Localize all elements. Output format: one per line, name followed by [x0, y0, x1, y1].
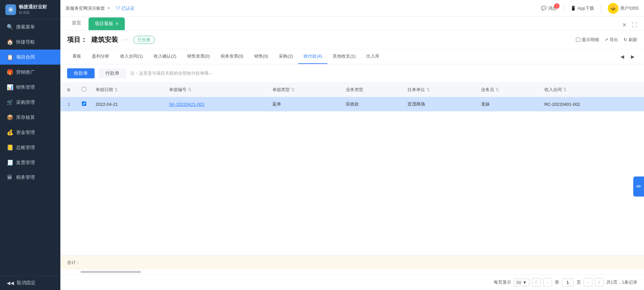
subtab-inout[interactable]: 出入库 [361, 49, 385, 64]
sidebar-item-label: 快捷导航 [16, 39, 35, 45]
sort-icon: ⇅ [188, 87, 192, 92]
subtab-profit[interactable]: 盈利分析 [87, 49, 115, 64]
inner-tabs: 收款单 付款单 注：这里是与项目关联的全部收付款单哦～ [60, 64, 644, 83]
type-column-header[interactable]: 单据类型⇅ [268, 83, 341, 97]
account-name: 新服务官网演示账套 [66, 5, 105, 11]
subtab-receipt[interactable]: 收付款(4) [298, 49, 327, 64]
per-page-value: 50 [516, 280, 521, 285]
show-detail-checkbox[interactable]: 显示明细 [576, 37, 599, 43]
salesperson-column-header[interactable]: 业务员⇅ [476, 83, 540, 97]
main-area: 新服务官网演示账套 ▼ 🛡 已认证 💬 消息 1 📱 App下载 🐱 用户335… [60, 0, 644, 290]
account-selector[interactable]: 新服务官网演示账套 ▼ [66, 5, 110, 11]
sort-icon: ⇅ [563, 87, 567, 92]
row-number-cell[interactable]: SK-20220421-001 [164, 97, 268, 112]
first-page-button[interactable]: ⟪ [532, 278, 541, 287]
subtab-sales-invoice[interactable]: 销售发票(0) [182, 49, 215, 64]
subtab-other-income[interactable]: 其他收支(1) [327, 49, 361, 64]
sidebar-title-block: 畅捷通好业财 标准版 [19, 4, 47, 15]
date-column-header[interactable]: 单据日期⇅ [91, 83, 164, 97]
subtab-navigation: ◀ ▶ [618, 51, 637, 62]
sidebar-item-tax[interactable]: 🏛 税务管理 [0, 170, 60, 185]
subtab-prev-icon[interactable]: ◀ [618, 51, 627, 62]
sidebar-item-funds[interactable]: 💰 资金管理 [0, 125, 60, 140]
sidebar: 畅捷通好业财 标准版 🔍 搜索菜单 🏠 快捷导航 📋 项目合同 🎁 营销推广 📊… [0, 0, 60, 290]
app-download-label: App下载 [578, 5, 594, 11]
refresh-button[interactable]: ↻ 刷新 [624, 37, 637, 43]
voucher-number-link[interactable]: SK-20220421-001 [169, 102, 205, 107]
horizontal-scrollbar[interactable] [80, 271, 141, 273]
subtab-next-icon[interactable]: ▶ [628, 51, 637, 62]
row-business-type: 应收款 [341, 97, 403, 112]
tab-home-label: 首页 [72, 20, 81, 25]
tabbar-actions: ✕ ⛶ [621, 20, 639, 30]
income-contract-column-header[interactable]: 收入合同⇅ [540, 83, 644, 97]
page-label: 第 [555, 279, 559, 285]
tab-project-board[interactable]: 项目看板 ✕ [89, 17, 125, 30]
sidebar-item-search[interactable]: 🔍 搜索菜单 [0, 19, 60, 34]
cart-icon: 🛒 [7, 99, 13, 105]
topbar: 新服务官网演示账套 ▼ 🛡 已认证 💬 消息 1 📱 App下载 🐱 用户335… [60, 0, 644, 17]
topbar-right: 💬 消息 1 📱 App下载 🐱 用户3355 [541, 3, 639, 14]
sidebar-item-sales[interactable]: 📊 销售管理 [0, 80, 60, 95]
inner-tab-note: 注：这里是与项目关联的全部收付款单哦～ [130, 70, 213, 76]
export-button[interactable]: ↗ 导出 [604, 37, 618, 43]
row-select-checkbox[interactable] [82, 101, 86, 106]
page-number-input[interactable] [562, 279, 574, 286]
show-detail-label: 显示明细 [582, 37, 599, 43]
sidebar-item-purchase[interactable]: 🛒 采购管理 [0, 95, 60, 110]
more-options-icon[interactable]: ··· [122, 36, 129, 43]
sidebar-item-label: 搜索菜单 [16, 24, 35, 30]
total-info: 共1页，1条记录 [606, 279, 637, 285]
sidebar-header: 畅捷通好业财 标准版 [0, 0, 60, 19]
prev-page-button[interactable]: ‹ [543, 278, 552, 287]
sidebar-unpin-button[interactable]: ◀◀ 取消固定 [0, 276, 60, 290]
number-column-header[interactable]: 单据编号⇅ [164, 83, 268, 97]
app-download-button[interactable]: 📱 App下载 [571, 5, 594, 11]
sort-icon: ⇅ [495, 87, 499, 92]
select-all-checkbox[interactable] [82, 87, 86, 91]
inner-tab-receipt[interactable]: 收款单 [67, 68, 95, 78]
inner-tab-receipt-label: 收款单 [74, 70, 88, 76]
row-checkbox[interactable] [77, 97, 91, 112]
sidebar-item-label: 总账管理 [16, 145, 35, 151]
box-icon: 📦 [7, 114, 13, 121]
settings-column[interactable]: ⚙ [60, 83, 77, 97]
last-page-button[interactable]: ⟫ [595, 278, 604, 287]
message-button[interactable]: 💬 消息 1 [541, 5, 557, 11]
float-action-button[interactable]: ✏ [633, 176, 644, 197]
inner-tab-payment[interactable]: 付款单 [99, 68, 126, 78]
close-window-icon[interactable]: ✕ [621, 20, 628, 29]
subtab-tax-invoice[interactable]: 税务发票(0) [215, 49, 249, 64]
subtab-income-contract[interactable]: 收入合同(1) [115, 49, 148, 64]
shield-icon: 🛡 [116, 6, 120, 11]
search-icon: 🔍 [7, 24, 13, 30]
message-icon: 💬 [541, 6, 546, 11]
subtab-purchase[interactable]: 采购(2) [273, 49, 298, 64]
expand-icon[interactable]: ⛶ [631, 21, 639, 29]
show-detail-input[interactable] [576, 38, 580, 42]
pagination: 每页显示 50 ▼ ⟪ ‹ 第 页 › ⟫ 共1页，1条记录 [60, 274, 644, 290]
partner-column-header[interactable]: 往来单位⇅ [403, 83, 476, 97]
sidebar-item-inventory[interactable]: 📦 库存核算 [0, 110, 60, 125]
tab-home[interactable]: 首页 [66, 17, 87, 30]
next-page-button[interactable]: › [584, 278, 592, 287]
user-button[interactable]: 🐱 用户3355 [608, 3, 639, 14]
sidebar-item-label: 采购管理 [16, 99, 35, 105]
certified-label: 已认证 [121, 5, 135, 11]
refresh-label: 刷新 [629, 37, 637, 43]
gear-icon[interactable]: ⚙ [67, 87, 71, 92]
subtab-kanban[interactable]: 看板 [67, 49, 87, 64]
tax-icon: 🏛 [7, 174, 13, 180]
table-row[interactable]: 1 2022-04-21 SK-20220421-001 蓝单 应收款 宏茂商场 [60, 97, 644, 112]
sidebar-item-invoice[interactable]: 🧾 发票管理 [0, 155, 60, 170]
export-icon: ↗ [604, 37, 608, 42]
per-page-selector[interactable]: 50 ▼ [514, 279, 529, 286]
subtab-sales[interactable]: 销售(0) [249, 49, 274, 64]
sidebar-item-project[interactable]: 📋 项目合同 [0, 50, 60, 65]
total-label: 合计： [67, 260, 80, 265]
sidebar-item-quicknav[interactable]: 🏠 快捷导航 [0, 34, 60, 50]
subtab-income-confirm[interactable]: 收入确认(2) [148, 49, 182, 64]
tab-close-icon[interactable]: ✕ [115, 21, 119, 26]
sidebar-item-ledger[interactable]: 📒 总账管理 [0, 140, 60, 155]
sidebar-item-marketing[interactable]: 🎁 营销推广 [0, 65, 60, 80]
